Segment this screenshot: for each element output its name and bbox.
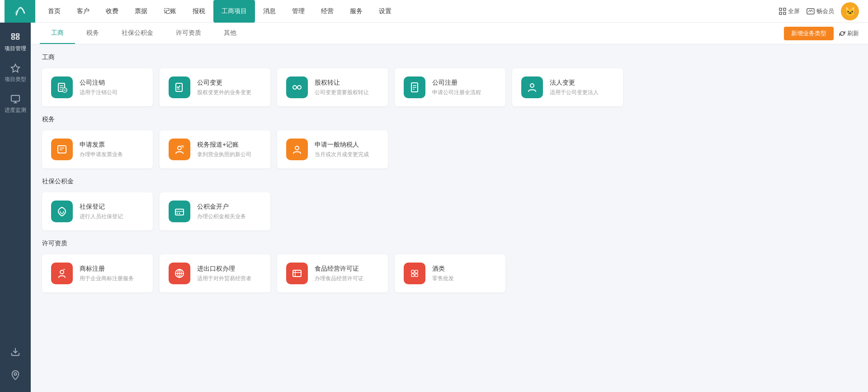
nav-settings[interactable]: 设置 xyxy=(371,0,400,23)
content-area: 工商 税务 社保公积金 许可资质 其他 新增业务类型 刷新 工商 xyxy=(31,23,868,392)
top-navigation: 首页 客户 收费 票据 记账 报税 工商项目 消息 管理 经营 服务 设置 全屏… xyxy=(0,0,868,23)
section-shebao: 社保公积金 社保登记 进行人员社保登记 xyxy=(42,177,857,230)
svg-rect-45 xyxy=(293,270,301,277)
tab-shebao[interactable]: 社保公积金 xyxy=(110,23,165,44)
svg-rect-10 xyxy=(11,96,19,101)
card-legal-change[interactable]: 法人变更 适用于公司变更法人 xyxy=(512,68,623,106)
card-housing-fund[interactable]: 公积金开户 办理公积金相关业务 xyxy=(160,192,270,230)
tab-gongshang[interactable]: 工商 xyxy=(40,23,75,44)
svg-marker-9 xyxy=(11,64,19,72)
sidebar-item-project-management[interactable]: 项目管理 xyxy=(0,27,31,58)
card-icon-legal-change xyxy=(521,76,543,98)
nav-manage[interactable]: 管理 xyxy=(284,0,313,23)
card-trademark[interactable]: 商标注册 用于企业商标注册服务 xyxy=(42,254,153,292)
svg-rect-0 xyxy=(779,8,782,10)
svg-point-24 xyxy=(297,86,301,89)
card-name-invoice: 申请发票 xyxy=(80,141,144,149)
nav-items: 首页 客户 收费 票据 记账 报税 工商项目 消息 管理 经营 服务 设置 xyxy=(35,0,779,23)
cards-grid-gongshang: 公司注销 适用于注销公司 公司变更 股权变更外的业务变更 xyxy=(42,68,857,106)
nav-tax[interactable]: 报税 xyxy=(184,0,213,23)
card-icon-import-export xyxy=(169,263,190,284)
card-info-import-export: 进出口权办理 适用于对外贸易经营者 xyxy=(197,265,261,282)
card-food-license[interactable]: 食品经营许可证 办理食品经营许可证 xyxy=(277,254,388,292)
sidebar-download[interactable] xyxy=(8,341,23,362)
card-icon-company-change xyxy=(169,76,190,98)
sidebar-item-project-type[interactable]: 项目类型 xyxy=(0,58,31,89)
mascot-avatar[interactable]: 🐱 xyxy=(841,2,859,20)
logo[interactable] xyxy=(5,0,35,23)
card-company-cancel[interactable]: 公司注销 适用于注销公司 xyxy=(42,68,153,106)
card-import-export[interactable]: 进出口权办理 适用于对外贸易经营者 xyxy=(160,254,270,292)
card-info-trademark: 商标注册 用于企业商标注册服务 xyxy=(80,265,144,282)
card-general-taxpayer[interactable]: 申请一般纳税人 当月或次月成变更完成 xyxy=(277,130,388,168)
card-desc-social-insurance: 进行人员社保登记 xyxy=(80,213,144,220)
svg-rect-8 xyxy=(16,37,19,39)
svg-point-38 xyxy=(179,213,180,214)
sidebar-location[interactable] xyxy=(8,364,23,385)
sidebar-item-label: 项目管理 xyxy=(5,45,26,53)
card-equity-transfer[interactable]: 股权转让 公司变更需要股权转让 xyxy=(277,68,388,106)
sidebar: 项目管理 项目类型 进度监测 xyxy=(0,23,31,392)
card-icon-equity-transfer xyxy=(286,76,308,98)
card-info-food-license: 食品经营许可证 办理食品经营许可证 xyxy=(315,265,379,282)
nav-ticket[interactable]: 票据 xyxy=(127,0,156,23)
svg-point-14 xyxy=(14,373,17,375)
fullscreen-label: 全屏 xyxy=(788,7,800,15)
nav-business[interactable]: 工商项目 xyxy=(213,0,255,23)
section-gongshang: 工商 公司注销 适用于注销公司 xyxy=(42,53,857,106)
sidebar-item-label: 项目类型 xyxy=(5,76,26,83)
card-icon-food-license xyxy=(286,263,308,284)
nav-operation[interactable]: 经营 xyxy=(313,0,342,23)
card-desc-legal-change: 适用于公司变更法人 xyxy=(550,89,614,96)
nav-service[interactable]: 服务 xyxy=(342,0,371,23)
section-shuiwu: 税务 申请发票 办理申请发票业务 xyxy=(42,115,857,168)
vip-button[interactable]: 畅会员 xyxy=(807,7,834,15)
card-name-import-export: 进出口权办理 xyxy=(197,265,261,273)
svg-rect-50 xyxy=(411,274,414,277)
svg-point-29 xyxy=(530,84,534,87)
sidebar-item-label: 进度监测 xyxy=(5,106,26,114)
svg-rect-48 xyxy=(411,270,414,273)
section-title-gongshang: 工商 xyxy=(42,53,857,62)
tab-shuiwu[interactable]: 税务 xyxy=(75,23,110,44)
nav-accounting[interactable]: 记账 xyxy=(156,0,184,23)
new-type-button[interactable]: 新增业务类型 xyxy=(784,27,834,40)
card-name-tax-report: 税务报道+记账 xyxy=(197,141,261,149)
nav-customer[interactable]: 客户 xyxy=(69,0,98,23)
card-info-equity-transfer: 股权转让 公司变更需要股权转让 xyxy=(315,79,379,96)
card-tax-report[interactable]: 税务报道+记账 拿到营业执照的新公司 xyxy=(160,130,270,168)
card-icon-company-register xyxy=(404,76,425,98)
card-info-legal-change: 法人变更 适用于公司变更法人 xyxy=(550,79,614,96)
card-desc-tax-report: 拿到营业执照的新公司 xyxy=(197,151,261,158)
refresh-button[interactable]: 刷新 xyxy=(839,29,859,38)
svg-point-33 xyxy=(178,146,181,150)
section-xuke: 许可资质 商标注册 用于企业商标注册服务 xyxy=(42,239,857,292)
nav-message[interactable]: 消息 xyxy=(255,0,284,23)
card-desc-food-license: 办理食品经营许可证 xyxy=(315,275,379,282)
card-icon-social-insurance xyxy=(51,201,73,222)
tab-xuke[interactable]: 许可资质 xyxy=(165,23,212,44)
card-invoice[interactable]: 申请发票 办理申请发票业务 xyxy=(42,130,153,168)
tab-qita[interactable]: 其他 xyxy=(212,23,248,44)
card-desc-company-change: 股权变更外的业务变更 xyxy=(197,89,261,96)
nav-fee[interactable]: 收费 xyxy=(98,0,127,23)
nav-home[interactable]: 首页 xyxy=(40,0,69,23)
card-info-company-change: 公司变更 股权变更外的业务变更 xyxy=(197,79,261,96)
card-alcohol[interactable]: 酒类 零售批发 xyxy=(395,254,505,292)
card-info-social-insurance: 社保登记 进行人员社保登记 xyxy=(80,203,144,220)
card-name-general-taxpayer: 申请一般纳税人 xyxy=(315,141,379,149)
card-name-company-cancel: 公司注销 xyxy=(80,79,144,87)
card-desc-company-cancel: 适用于注销公司 xyxy=(80,89,144,96)
sidebar-item-progress[interactable]: 进度监测 xyxy=(0,89,31,120)
svg-point-37 xyxy=(177,213,178,214)
card-company-register[interactable]: 公司注册 申请公司注册全流程 xyxy=(395,68,505,106)
card-name-equity-transfer: 股权转让 xyxy=(315,79,379,87)
tabs: 工商 税务 社保公积金 许可资质 其他 xyxy=(40,23,248,44)
card-icon-company-cancel xyxy=(51,76,73,98)
fullscreen-button[interactable]: 全屏 xyxy=(779,7,800,15)
card-company-change[interactable]: 公司变更 股权变更外的业务变更 xyxy=(160,68,270,106)
card-social-insurance[interactable]: 社保登记 进行人员社保登记 xyxy=(42,192,153,230)
svg-rect-6 xyxy=(12,37,14,39)
card-desc-company-register: 申请公司注册全流程 xyxy=(432,89,496,96)
svg-rect-51 xyxy=(415,274,418,277)
